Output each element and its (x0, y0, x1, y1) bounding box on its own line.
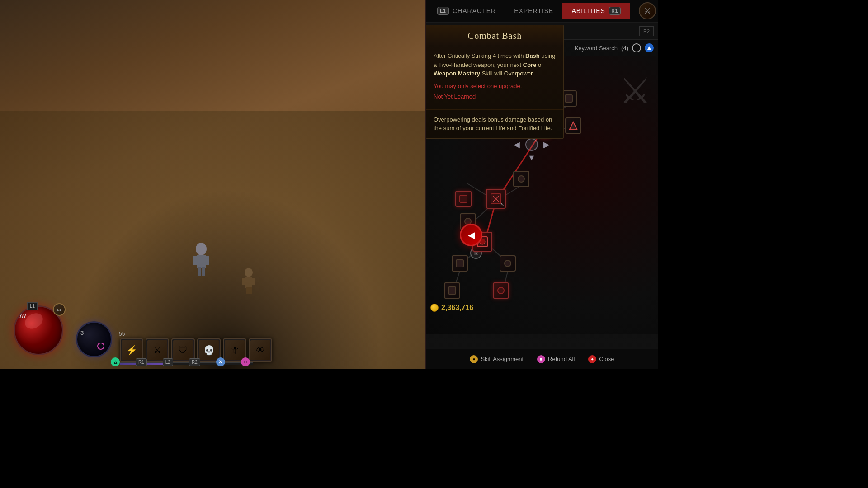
highlight-weapon-mastery: Weapon Mastery (434, 70, 480, 77)
health-fraction: 7/7 (19, 313, 27, 319)
tooltip-title: Combat Bash (434, 31, 556, 41)
tooltip-upgrade-note: You may only select one upgrade. (434, 82, 556, 93)
back-arrow-button[interactable]: ◀ (460, 224, 482, 246)
svg-marker-12 (647, 46, 651, 50)
skill-assignment-icon: ● (470, 355, 478, 363)
keyword-circle-btn[interactable] (632, 43, 641, 52)
close-btn[interactable]: ● Close (588, 355, 614, 363)
skill-assignment-btn[interactable]: ● Skill Assignment (470, 355, 524, 363)
svg-rect-1 (197, 255, 206, 268)
highlight-bash: Bash (525, 52, 540, 59)
r1-btn-label: R1 (136, 358, 147, 366)
tab-character[interactable]: L1 CHARACTER (428, 3, 505, 19)
highlight-overpowering: Overpowering (434, 116, 470, 123)
svg-rect-11 (249, 287, 252, 294)
level-badge: L1 (53, 303, 66, 316)
r1-btn: R1 (609, 7, 621, 15)
skill-node-3[interactable] (565, 117, 581, 134)
skill-node-left-1[interactable] (455, 191, 472, 207)
tab-expertise-label: EXPERTISE (514, 7, 553, 14)
indicator-dot (97, 343, 104, 350)
refund-all-icon: ■ (537, 355, 545, 363)
game-world: L1 L1 7/7 3 ⚡ ⚔ (0, 0, 425, 369)
skill-node-mid-2[interactable] (513, 171, 529, 187)
nav-cross-center (525, 138, 538, 151)
close-icon: ● (588, 355, 596, 363)
skill-assignment-label: Skill Assignment (481, 356, 524, 362)
sub-tab-r2[interactable]: R2 (639, 26, 654, 36)
svg-rect-10 (246, 287, 249, 294)
highlight-overpower: Overpower (504, 70, 533, 77)
tooltip-body: After Critically Striking 4 times with B… (426, 45, 563, 110)
svg-rect-7 (245, 277, 252, 288)
refund-all-label: Refund All (548, 356, 575, 362)
l1-btn: L1 (437, 7, 449, 15)
tooltip-footer: Overpowering deals bonus damage based on… (426, 110, 563, 138)
svg-rect-4 (198, 267, 201, 276)
skill-node-lower-3[interactable] (500, 255, 516, 272)
bottom-footer: ● Skill Assignment ■ Refund All ● Close (426, 349, 658, 369)
action-btn-r2[interactable]: R2 (189, 358, 200, 366)
tab-character-label: CHARACTER (453, 7, 496, 14)
hp-number-bar: 55 (119, 331, 125, 337)
svg-rect-2 (193, 256, 197, 265)
close-label: Close (599, 356, 614, 362)
gold-counter: 2,363,716 (430, 304, 473, 312)
right-panel: L1 CHARACTER EXPERTISE ABILITIES R1 ⚔ Tr… (425, 0, 658, 369)
svg-rect-29 (565, 95, 572, 102)
highlight-fortified: Fortified (518, 125, 539, 131)
tab-abilities[interactable]: ABILITIES R1 (562, 3, 629, 19)
player-character (190, 242, 212, 278)
gold-coin-icon (430, 304, 439, 312)
highlight-core: Core (523, 61, 537, 68)
action-btn-r1[interactable]: R1 (136, 358, 147, 366)
svg-marker-30 (570, 122, 577, 129)
tab-expertise[interactable]: EXPERTISE (505, 4, 562, 18)
skill-node-bottom-2[interactable] (493, 282, 509, 299)
l2-btn-label: L2 (163, 358, 173, 366)
svg-rect-5 (202, 267, 205, 276)
skill-node-mid-1[interactable]: 3/5 (486, 189, 506, 209)
tree-character-silhouette: ⚔ (619, 70, 651, 112)
svg-rect-39 (456, 260, 463, 267)
svg-point-42 (498, 287, 504, 294)
refund-all-btn[interactable]: ■ Refund All (537, 355, 575, 363)
svg-point-6 (245, 268, 253, 277)
character-portrait-nav: ⚔ (639, 2, 656, 19)
top-nav: L1 CHARACTER EXPERTISE ABILITIES R1 ⚔ (426, 0, 658, 23)
tab-abilities-label: ABILITIES (571, 7, 605, 14)
l1-indicator: L1 (27, 302, 38, 310)
action-buttons-row: △ R1 L2 R2 ✕ □ (111, 357, 250, 366)
mana-orb (76, 321, 112, 357)
triangle-btn-icon: △ (111, 357, 120, 366)
keyword-triangle-btn[interactable] (645, 43, 654, 52)
svg-point-36 (518, 176, 524, 182)
keyword-count: (4) (621, 45, 628, 52)
skill-node-lower-2[interactable] (452, 255, 468, 272)
svg-rect-41 (448, 287, 456, 294)
cross-btn-icon: ✕ (216, 357, 225, 366)
npc-character (240, 267, 258, 296)
action-btn-triangle[interactable]: △ (111, 357, 120, 366)
mana-value: 3 (80, 329, 84, 336)
action-btn-cross[interactable]: ✕ (216, 357, 225, 366)
svg-rect-31 (460, 195, 467, 202)
svg-rect-9 (252, 278, 255, 285)
svg-rect-3 (205, 256, 209, 265)
tooltip-header: Combat Bash (426, 25, 563, 45)
square-btn-icon: □ (241, 357, 250, 366)
r2-btn-label: R2 (189, 358, 200, 366)
gold-value: 2,363,716 (441, 304, 473, 312)
action-btn-square[interactable]: □ (241, 357, 250, 366)
skill-slot-6[interactable]: 👁 (249, 338, 272, 362)
svg-rect-8 (242, 278, 245, 285)
r2-label: R2 (643, 28, 650, 34)
svg-point-40 (505, 260, 511, 267)
tooltip-panel: Combat Bash After Critically Striking 4 … (426, 25, 564, 139)
svg-point-0 (196, 243, 207, 255)
action-btn-l2[interactable]: L2 (163, 358, 173, 366)
tooltip-status: Not Yet Learned (434, 92, 556, 103)
skill-node-bottom-1[interactable] (444, 282, 460, 299)
